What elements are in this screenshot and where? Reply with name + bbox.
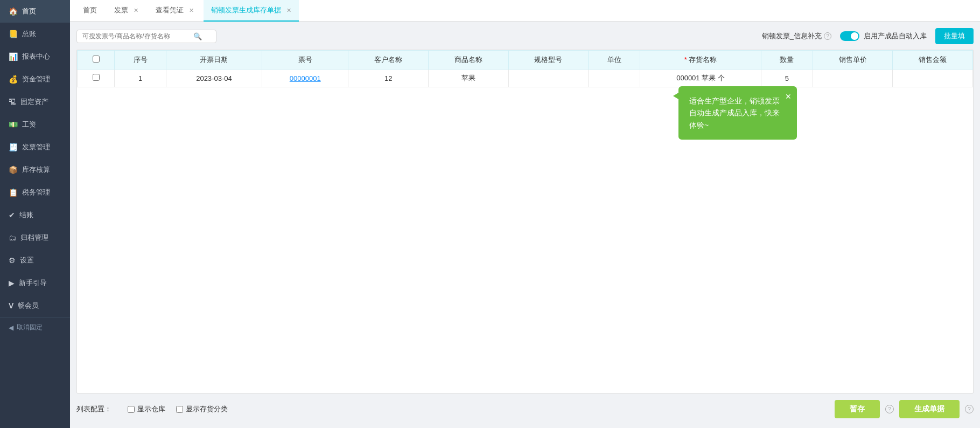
invoice-mgmt-icon: 🧾 (9, 143, 18, 151)
sidebar-item-archive[interactable]: 🗂 归档管理 (0, 226, 70, 249)
col-unit-price: 销售单价 (813, 51, 893, 70)
toggle-container: 启用产成品自动入库 (840, 31, 927, 41)
col-product: 商品名称 (429, 51, 509, 70)
search-icon: 🔍 (193, 32, 202, 40)
cancel-fixed-button[interactable]: ◀ 取消固定 (0, 317, 70, 337)
row-checkbox-cell (78, 70, 115, 87)
tax-icon: 📋 (9, 188, 18, 197)
toggle-label: 启用产成品自动入库 (864, 31, 927, 41)
show-warehouse-option[interactable]: 显示仓库 (128, 404, 165, 414)
generate-help-icon[interactable]: ? (965, 405, 974, 413)
col-seq: 序号 (115, 51, 166, 70)
tab-credit-invoice-close[interactable]: ✕ (286, 0, 291, 21)
sidebar-label-inventory: 库存核算 (22, 165, 50, 175)
list-config-label: 列表配置： (76, 404, 111, 414)
page-info-label: 销顿发票_信息补充 ? (762, 31, 831, 41)
row-unit (589, 70, 640, 87)
sidebar-item-assets[interactable]: 🏗 固定资产 (0, 91, 70, 113)
table-container: 序号 开票日期 票号 客户名称 商品名称 规格型号 单位 存货名称 数量 销售单… (76, 50, 974, 394)
sidebar-label-vip: 畅会员 (18, 301, 39, 310)
sidebar-label-invoice-mgmt: 发票管理 (22, 142, 50, 152)
tab-invoice-close[interactable]: ✕ (134, 0, 138, 21)
search-input[interactable] (82, 32, 190, 40)
tab-voucher-label: 查看凭证 (156, 0, 184, 21)
sidebar-item-invoice-mgmt[interactable]: 🧾 发票管理 (0, 136, 70, 158)
toolbar-row: 🔍 销顿发票_信息补充 ? 启用产成品自动入库 批量填 (76, 28, 974, 44)
table-header-row: 序号 开票日期 票号 客户名称 商品名称 规格型号 单位 存货名称 数量 销售单… (78, 51, 973, 70)
auto-warehouse-toggle[interactable] (840, 31, 859, 41)
sidebar-item-wages[interactable]: 💵 工资 (0, 113, 70, 136)
sidebar-item-vip[interactable]: V 畅会员 (0, 294, 70, 317)
row-qty: 5 (761, 70, 813, 87)
row-product: 苹果 (429, 70, 509, 87)
col-amount: 销售金额 (893, 51, 973, 70)
select-all-checkbox[interactable] (93, 56, 100, 63)
inventory-icon: 📦 (9, 165, 18, 174)
tooltip-text: 适合生产型企业，销顿发票自动生成产成品入库，快来体验~ (689, 96, 780, 129)
show-category-option[interactable]: 显示存货分类 (176, 404, 228, 414)
sidebar-item-home[interactable]: 🏠 首页 (0, 0, 70, 23)
sidebar-label-settings: 设置 (20, 256, 34, 265)
sidebar-label-home: 首页 (22, 6, 36, 16)
col-checkbox (78, 51, 115, 70)
tab-home[interactable]: 首页 (75, 0, 104, 22)
sidebar-label-wages: 工资 (22, 120, 36, 129)
sidebar-item-guide[interactable]: ▶ 新手引导 (0, 272, 70, 294)
sidebar-item-funds[interactable]: 💰 资金管理 (0, 68, 70, 91)
settings-icon: ⚙ (9, 256, 16, 265)
sidebar-label-reports: 报表中心 (22, 52, 50, 61)
tab-voucher[interactable]: 查看凭证 ✕ (148, 0, 201, 22)
batch-fill-button[interactable]: 批量填 (935, 28, 974, 44)
row-checkbox-0[interactable] (93, 74, 100, 81)
sidebar-item-settings[interactable]: ⚙ 设置 (0, 249, 70, 272)
btn-actions: 暂存 ? 生成单据 ? (835, 400, 974, 418)
generate-button[interactable]: 生成单据 (899, 400, 960, 418)
funds-icon: 💰 (9, 75, 18, 84)
show-category-checkbox[interactable] (176, 406, 183, 413)
sidebar-item-reports[interactable]: 📊 报表中心 (0, 45, 70, 68)
save-help-icon[interactable]: ? (885, 405, 894, 413)
row-ticket-no[interactable]: 00000001 (262, 70, 348, 87)
col-unit: 单位 (589, 51, 640, 70)
tab-credit-invoice-label: 销顿发票生成库存单据 (211, 0, 281, 21)
tooltip-close-button[interactable]: ✕ (785, 91, 792, 102)
ledger-icon: 📒 (9, 30, 18, 38)
tab-home-label: 首页 (83, 0, 97, 21)
col-qty: 数量 (761, 51, 813, 70)
wages-icon: 💵 (9, 120, 18, 129)
show-category-label: 显示存货分类 (186, 404, 228, 414)
archive-icon: 🗂 (9, 233, 16, 242)
sidebar-item-inventory[interactable]: 📦 库存核算 (0, 158, 70, 181)
col-customer: 客户名称 (348, 51, 429, 70)
show-warehouse-label: 显示仓库 (137, 404, 165, 414)
search-box[interactable]: 🔍 (76, 30, 216, 43)
help-icon[interactable]: ? (824, 32, 831, 40)
row-date: 2023-03-04 (166, 70, 262, 87)
tooltip-popup: ✕ 适合生产型企业，销顿发票自动生成产成品入库，快来体验~ (678, 86, 797, 140)
sidebar-item-ledger[interactable]: 📒 总账 (0, 23, 70, 45)
tab-invoice[interactable]: 发票 ✕ (107, 0, 146, 22)
reports-icon: 📊 (9, 52, 18, 61)
tab-voucher-close[interactable]: ✕ (189, 0, 194, 21)
col-ticket-no: 票号 (262, 51, 348, 70)
page-content: 🔍 销顿发票_信息补充 ? 启用产成品自动入库 批量填 (70, 22, 980, 428)
assets-icon: 🏗 (9, 98, 16, 106)
tab-bar: 首页 发票 ✕ 查看凭证 ✕ 销顿发票生成库存单据 ✕ (70, 0, 980, 22)
page-info-text: 销顿发票_信息补充 (762, 31, 822, 41)
toolbar-right: 销顿发票_信息补充 ? 启用产成品自动入库 批量填 (762, 28, 974, 44)
tab-credit-invoice[interactable]: 销顿发票生成库存单据 ✕ (204, 0, 299, 22)
settle-icon: ✔ (9, 211, 15, 219)
row-customer: 12 (348, 70, 429, 87)
sidebar-item-tax[interactable]: 📋 税务管理 (0, 181, 70, 204)
sidebar-item-settle[interactable]: ✔ 结账 (0, 204, 70, 226)
show-warehouse-checkbox[interactable] (128, 406, 135, 413)
sidebar-label-archive: 归档管理 (20, 233, 48, 243)
bottom-bar: 列表配置： 显示仓库 显示存货分类 暂存 ? 生成单据 ? (76, 394, 974, 422)
col-date: 开票日期 (166, 51, 262, 70)
cancel-fixed-icon: ◀ (9, 324, 13, 332)
main-area: 首页 发票 ✕ 查看凭证 ✕ 销顿发票生成库存单据 ✕ 🔍 销顿发票_信息补充 (70, 0, 980, 428)
sidebar-label-assets: 固定资产 (20, 97, 48, 107)
sidebar-label-tax: 税务管理 (22, 188, 50, 197)
save-button[interactable]: 暂存 (835, 400, 880, 418)
data-table: 序号 开票日期 票号 客户名称 商品名称 规格型号 单位 存货名称 数量 销售单… (77, 50, 973, 87)
